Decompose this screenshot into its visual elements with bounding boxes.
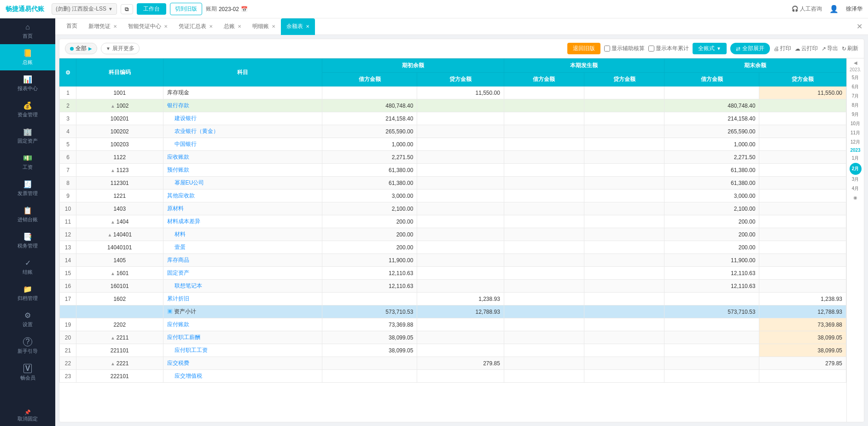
subject-name[interactable]: 联想笔记本 (163, 280, 322, 293)
subject-name[interactable]: 壹蛋 (163, 241, 322, 254)
month-5[interactable]: 5月 (849, 73, 862, 82)
subject-name[interactable]: 应交税费 (163, 357, 322, 370)
consult-label[interactable]: 🎧 人工咨询 (792, 5, 822, 13)
subject-code: 1221 (76, 190, 163, 202)
subject-name[interactable]: 应收账款 (163, 151, 322, 164)
show-aux-calc-checkbox[interactable]: 显示辅助核算 (604, 45, 645, 52)
calendar-icon[interactable]: 📅 (241, 6, 248, 12)
workbench-button[interactable]: 工作台 (137, 3, 166, 15)
subject-code: 2202 (76, 318, 163, 331)
company-selector[interactable]: (勿删) 江西股金-LSS ▼ (52, 3, 117, 15)
export-button[interactable]: ↗ 导出 (821, 45, 838, 52)
sidebar-item-assets[interactable]: 🏢 固定资产 (0, 123, 55, 149)
sidebar-expand-icon[interactable]: ◀ (854, 60, 857, 65)
tab-close-all-button[interactable]: ✕ (856, 22, 862, 31)
month-2-active[interactable]: 2月 (850, 163, 862, 175)
subject-name[interactable]: 应付账款 (163, 318, 322, 331)
subject-name[interactable]: 固定资产 (163, 267, 322, 280)
tab-close-icon[interactable]: ✕ (272, 24, 275, 29)
subject-name[interactable]: 银行存款 (163, 99, 322, 112)
subject-name[interactable]: 材料 (163, 228, 322, 241)
tab-close-icon[interactable]: ✕ (238, 24, 241, 29)
end-credit-cell (759, 138, 846, 151)
aux-calc-input[interactable] (604, 46, 610, 52)
tab-close-icon[interactable]: ✕ (164, 24, 168, 29)
subject-name[interactable]: 累计折旧 (163, 293, 322, 305)
end-credit-header: 贷方金额 (759, 73, 846, 86)
month-11[interactable]: 11月 (849, 128, 862, 138)
subject-code: 1001 (76, 86, 163, 99)
sidebar-item-tax[interactable]: 📑 税务管理 (0, 228, 55, 254)
expand-button[interactable]: ▼ 展开更多 (101, 43, 140, 54)
settings-col-header[interactable]: ⚙ (60, 59, 76, 86)
show-year-cumul-checkbox[interactable]: 显示本年累计 (648, 45, 689, 52)
sidebar-item-payroll[interactable]: 💵 工资 (0, 149, 55, 175)
month-8[interactable]: 8月 (849, 101, 862, 110)
tab-new-voucher[interactable]: 新增凭证 ✕ (83, 18, 122, 35)
subject-name[interactable]: 农业银行（黄金） (163, 125, 322, 138)
amount-cell (417, 241, 504, 254)
amount-cell (504, 331, 584, 344)
tab-balance-sheet[interactable]: 余额表 ✕ (281, 18, 315, 35)
sidebar-item-capital[interactable]: 💰 资金管理 (0, 97, 55, 123)
tab-home[interactable]: 首页 (61, 18, 83, 35)
sidebar-item-purchase[interactable]: 📋 进销台账 (0, 201, 55, 228)
sidebar-item-closing[interactable]: ✓ 结账 (0, 254, 55, 280)
amount-cell (504, 370, 584, 383)
month-3[interactable]: 3月 (849, 175, 862, 184)
end-credit-cell: 279.85 (759, 357, 846, 370)
toggle-all-button[interactable]: ⇄ 全部展开 (730, 43, 770, 54)
month-10[interactable]: 10月 (849, 119, 862, 128)
return-old-button[interactable]: 退回旧版 (567, 43, 600, 54)
sidebar-item-home[interactable]: ⌂ 首页 (0, 18, 55, 44)
tab-close-icon[interactable]: ✕ (209, 24, 213, 29)
amount-cell (417, 177, 504, 190)
sidebar-item-archive[interactable]: 📁 归档管理 (0, 280, 55, 306)
subject-name[interactable]: 应交增值税 (163, 370, 322, 383)
month-7[interactable]: 7月 (849, 92, 862, 101)
month-4[interactable]: 4月 (849, 184, 862, 193)
sidebar-expand-bottom[interactable]: ◉ (853, 195, 857, 200)
month-6[interactable]: 6月 (849, 82, 862, 92)
amount-cell (584, 190, 664, 202)
month-9[interactable]: 9月 (849, 110, 862, 119)
user-name[interactable]: 徐泽华 (846, 5, 862, 13)
full-mode-button[interactable]: 全账式 ▼ (693, 43, 727, 54)
month-1[interactable]: 1月 (849, 154, 862, 163)
sidebar-item-member[interactable]: V 畅会员 (0, 359, 55, 386)
sidebar-item-reports[interactable]: 📊 报表中心 (0, 70, 55, 97)
row-number: 4 (60, 125, 76, 138)
subject-name[interactable]: 预付账款 (163, 164, 322, 177)
sidebar-bottom[interactable]: 📌 取消固定 (0, 406, 55, 426)
gear-icon[interactable]: ⚙ (65, 69, 70, 76)
sidebar-item-ledger[interactable]: 📒 总账 (0, 44, 55, 70)
refresh-button[interactable]: ↻ 刷新 (842, 45, 858, 52)
tab-ledger[interactable]: 总账 ✕ (218, 18, 247, 35)
copy-button[interactable]: ⧉ (121, 4, 133, 14)
tab-smart-voucher[interactable]: 智能凭证中心 ✕ (122, 18, 173, 35)
subject-name[interactable]: 材料成本差异 (163, 215, 322, 228)
subject-name[interactable]: 其他应收款 (163, 190, 322, 202)
sidebar-item-settings[interactable]: ⚙ 设置 (0, 306, 55, 333)
filter-right-arrow: ▶ (88, 46, 92, 51)
subject-name[interactable]: 应付职工工资 (163, 344, 322, 357)
tab-close-icon[interactable]: ✕ (113, 24, 117, 29)
switch-version-button[interactable]: 切到旧版 (170, 3, 202, 15)
subject-name[interactable]: 应付职工薪酬 (163, 331, 322, 344)
print-button[interactable]: 🖨 打印 (774, 45, 791, 52)
sidebar-item-guide[interactable]: ? 新手引导 (0, 333, 55, 359)
table-row: 61122应收账款2,271.502,271.50 (60, 151, 846, 164)
tab-close-active-icon[interactable]: ✕ (306, 24, 309, 29)
subject-name[interactable]: 原材料 (163, 202, 322, 215)
subject-name[interactable]: 中国银行 (163, 138, 322, 151)
subject-name[interactable]: 幂屋EU公司 (163, 177, 322, 190)
subject-name[interactable]: 建设银行 (163, 112, 322, 125)
sidebar-item-invoice[interactable]: 🧾 发票管理 (0, 175, 55, 201)
filter-button[interactable]: 全部 ▶ (65, 43, 97, 54)
subject-name[interactable]: 库存商品 (163, 254, 322, 267)
year-cumul-input[interactable] (648, 46, 654, 52)
cloud-print-button[interactable]: ☁ 云打印 (795, 45, 818, 52)
tab-detail-ledger[interactable]: 明细账 ✕ (247, 18, 281, 35)
month-12[interactable]: 12月 (849, 138, 862, 147)
tab-voucher-summary[interactable]: 凭证汇总表 ✕ (173, 18, 218, 35)
